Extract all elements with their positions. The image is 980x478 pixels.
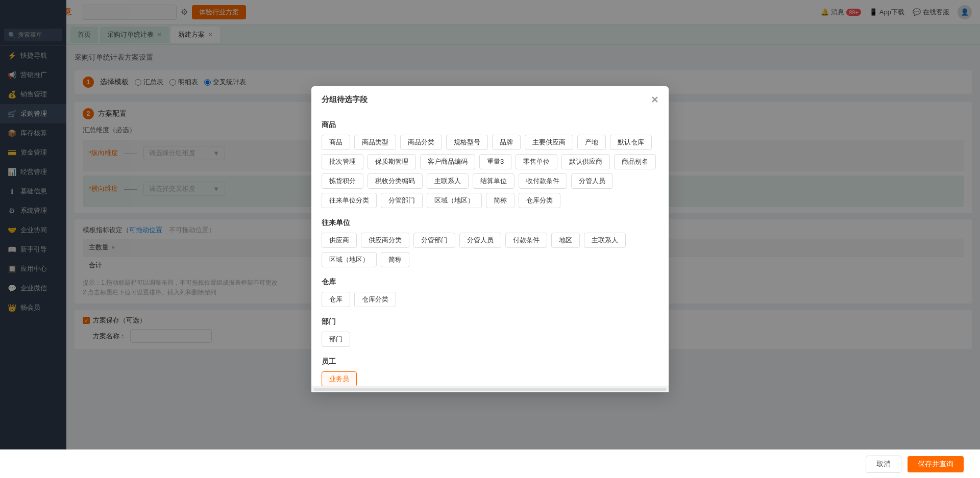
- field-group-title-employee: 员工: [322, 357, 658, 366]
- field-group-employee: 员工 业务员: [322, 357, 658, 386]
- field-tag[interactable]: 区域（地区）: [322, 252, 377, 267]
- field-tag[interactable]: 保质期管理: [368, 154, 416, 169]
- field-tag[interactable]: 仓库分类: [519, 193, 560, 208]
- field-tag[interactable]: 拣货积分: [322, 173, 363, 189]
- modal-hscroll[interactable]: [313, 388, 667, 391]
- field-tag[interactable]: 分管部门: [381, 193, 423, 208]
- field-tag[interactable]: 重量3: [479, 154, 511, 169]
- field-tag[interactable]: 往来单位分类: [322, 193, 377, 208]
- field-tag[interactable]: 分管部门: [413, 233, 455, 248]
- field-group-warehouse: 仓库 仓库 仓库分类: [322, 278, 658, 307]
- modal-field-selector: 分组待选字段 ✕ 商品 商品 商品类型 商品分类 规格型号 品牌 主要供应商 产…: [311, 86, 669, 392]
- field-tag[interactable]: 供应商分类: [361, 233, 409, 248]
- modal-title: 分组待选字段: [322, 95, 368, 105]
- field-group-title-warehouse: 仓库: [322, 278, 658, 287]
- field-tag[interactable]: 默认供应商: [561, 154, 610, 169]
- field-group-department: 部门 部门: [322, 317, 658, 347]
- product-field-tags: 商品 商品类型 商品分类 规格型号 品牌 主要供应商 产地 默认仓库 批次管理 …: [322, 135, 658, 208]
- partner-field-tags: 供应商 供应商分类 分管部门 分管人员 付款条件 地区 主联系人 区域（地区） …: [322, 233, 658, 267]
- field-tag[interactable]: 规格型号: [446, 135, 488, 150]
- field-tag[interactable]: 产地: [577, 135, 606, 150]
- field-tag[interactable]: 主联系人: [584, 233, 626, 248]
- field-tag[interactable]: 地区: [551, 233, 580, 248]
- field-tag[interactable]: 区域（地区）: [427, 193, 482, 208]
- field-group-product: 商品 商品 商品类型 商品分类 规格型号 品牌 主要供应商 产地 默认仓库 批次…: [322, 120, 658, 208]
- field-group-partner: 往来单位 供应商 供应商分类 分管部门 分管人员 付款条件 地区 主联系人 区域…: [322, 218, 658, 267]
- field-tag[interactable]: 分管人员: [459, 233, 501, 248]
- field-tag[interactable]: 付款条件: [505, 233, 547, 248]
- field-tag[interactable]: 收付款条件: [519, 173, 567, 189]
- field-tag[interactable]: 批次管理: [322, 154, 363, 169]
- field-tag[interactable]: 主要供应商: [525, 135, 573, 150]
- employee-field-tags: 业务员: [322, 371, 658, 386]
- field-tag[interactable]: 商品分类: [400, 135, 442, 150]
- field-tag[interactable]: 主联系人: [427, 173, 469, 189]
- warehouse-field-tags: 仓库 仓库分类: [322, 292, 658, 307]
- field-tag[interactable]: 商品: [322, 135, 350, 150]
- field-tag[interactable]: 默认仓库: [610, 135, 652, 150]
- field-tag[interactable]: 分管人员: [571, 173, 613, 189]
- field-tag[interactable]: 税收分类编码: [368, 173, 423, 189]
- field-tag[interactable]: 商品类型: [354, 135, 396, 150]
- field-group-title-department: 部门: [322, 317, 658, 326]
- field-tag[interactable]: 仓库: [322, 292, 350, 307]
- modal-body: 商品 商品 商品类型 商品分类 规格型号 品牌 主要供应商 产地 默认仓库 批次…: [311, 112, 669, 386]
- field-tag[interactable]: 部门: [322, 332, 350, 347]
- field-tag[interactable]: 零售单位: [516, 154, 557, 169]
- save-confirm-button[interactable]: 保存并查询: [908, 456, 964, 472]
- field-tag-salesperson[interactable]: 业务员: [322, 371, 357, 386]
- field-tag[interactable]: 商品别名: [614, 154, 656, 169]
- field-tag[interactable]: 简称: [486, 193, 514, 208]
- field-tag[interactable]: 结算单位: [473, 173, 514, 189]
- modal-header: 分组待选字段 ✕: [311, 86, 669, 112]
- modal-close-button[interactable]: ✕: [651, 94, 658, 106]
- field-tag[interactable]: 仓库分类: [354, 292, 396, 307]
- field-group-title-partner: 往来单位: [322, 218, 658, 228]
- cancel-button[interactable]: 取消: [866, 456, 901, 473]
- modal-scroll-bottom: [311, 386, 669, 392]
- field-tag[interactable]: 供应商: [322, 233, 357, 248]
- field-tag[interactable]: 客户商品编码: [420, 154, 475, 169]
- field-tag[interactable]: 品牌: [492, 135, 521, 150]
- field-tag[interactable]: 简称: [381, 252, 409, 267]
- field-group-title-product: 商品: [322, 120, 658, 130]
- department-field-tags: 部门: [322, 332, 658, 347]
- main-footer: 取消 保存并查询: [0, 449, 980, 478]
